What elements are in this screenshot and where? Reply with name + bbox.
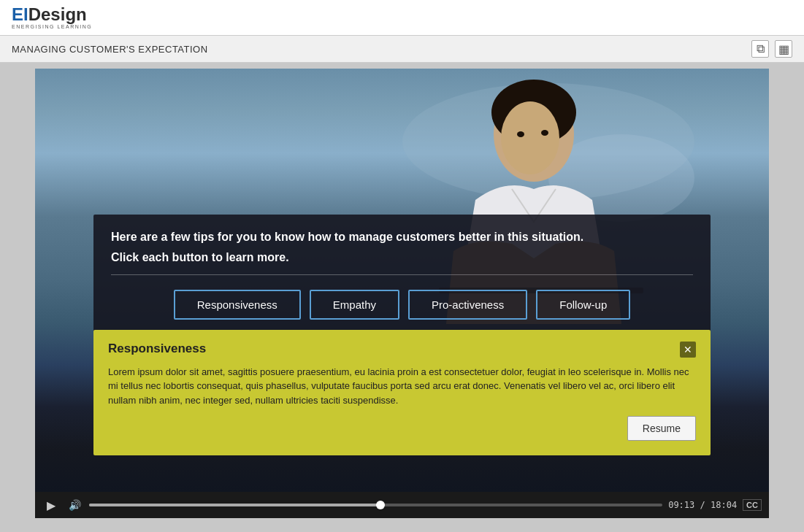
progress-bar[interactable]	[89, 504, 662, 506]
svg-point-5	[517, 131, 524, 137]
title-bar-actions: ⧉ ▦	[751, 40, 792, 58]
info-popup-header: Responsiveness ✕	[108, 342, 696, 358]
video-player: Here are a few tips for you to know how …	[35, 69, 769, 518]
btn-empathy[interactable]: Empathy	[310, 290, 399, 320]
play-button[interactable]: ▶	[42, 496, 60, 514]
close-popup-button[interactable]: ✕	[680, 342, 696, 358]
external-link-icon[interactable]: ⧉	[751, 40, 769, 58]
btn-follow-up[interactable]: Follow-up	[536, 290, 630, 320]
logo-tagline: ENERGISING LEARNING	[12, 24, 92, 29]
logo-text: EIDesign	[12, 6, 92, 23]
overlay-panel: Here are a few tips for you to know how …	[93, 215, 711, 337]
app-header: EIDesign ENERGISING LEARNING	[0, 0, 804, 36]
time-display: 09:13 / 18:04	[668, 500, 737, 510]
info-popup: Responsiveness ✕ Lorem ipsum dolor sit a…	[93, 330, 711, 456]
progress-thumb	[376, 501, 385, 509]
volume-icon: 🔊	[69, 499, 81, 511]
resume-button-row: Resume	[108, 416, 696, 441]
info-popup-title: Responsiveness	[108, 342, 206, 356]
cc-button[interactable]: CC	[743, 499, 762, 511]
video-area: Here are a few tips for you to know how …	[35, 69, 769, 492]
svg-point-4	[501, 101, 559, 174]
info-popup-body: Lorem ipsum dolor sit amet, sagittis pos…	[108, 365, 696, 408]
topic-buttons-row: Responsiveness Empathy Pro-activeness Fo…	[111, 290, 693, 320]
page-title: MANAGING CUSTOMER'S EXPECTATION	[12, 44, 208, 55]
title-bar: MANAGING CUSTOMER'S EXPECTATION ⧉ ▦	[0, 36, 804, 63]
svg-point-6	[541, 130, 548, 136]
instruction-text-1: Here are a few tips for you to know how …	[111, 229, 693, 245]
instruction-text-2: Click each button to learn more.	[111, 251, 693, 275]
btn-responsiveness[interactable]: Responsiveness	[174, 290, 301, 320]
progress-fill	[89, 504, 380, 506]
btn-pro-activeness[interactable]: Pro-activeness	[408, 290, 527, 320]
logo: EIDesign ENERGISING LEARNING	[12, 6, 92, 29]
video-controls-bar: ▶ 🔊 09:13 / 18:04 CC	[35, 492, 769, 518]
grid-view-icon[interactable]: ▦	[775, 40, 792, 58]
volume-button[interactable]: 🔊	[66, 496, 83, 514]
resume-button[interactable]: Resume	[627, 416, 696, 441]
